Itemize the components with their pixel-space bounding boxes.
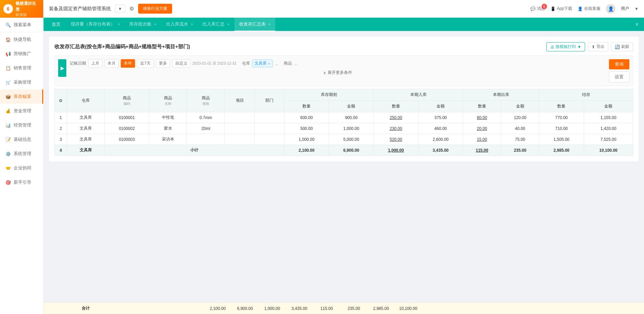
total-out-qty: 115.00 <box>313 306 340 311</box>
table-row: 1 文具库 0100001 中性笔 0.7mm 600.00 900.00 25… <box>55 112 633 123</box>
row-product-spec: 20ml <box>187 123 225 134</box>
system-selector[interactable]: ▼ <box>115 5 125 13</box>
sidebar-item-inventory[interactable]: 📦 库存核算 <box>0 89 43 104</box>
sidebar-item-system[interactable]: ⚙️ 系统管理 <box>0 147 43 161</box>
row-in-qty[interactable]: 230.00 <box>374 123 418 134</box>
row-in-amt: 2,600.00 <box>418 134 463 145</box>
doc-icon: 📝 <box>5 137 11 142</box>
warehouse-tag[interactable]: 文具库 × <box>252 60 273 67</box>
data-table: ⚙ 仓库 商品编码 商品名称 商品规格 项目 部门 库存期初 本期入库 本期出库… <box>54 89 633 156</box>
setting-btn[interactable]: 设置 <box>609 71 629 82</box>
refresh-btn[interactable]: 🔄 刷新 <box>611 42 633 51</box>
row-product-code: 0100001 <box>104 112 149 123</box>
tab-close-inout-summary[interactable]: × <box>227 22 229 26</box>
table-wrapper: ⚙ 仓库 商品编码 商品名称 商品规格 项目 部门 库存期初 本期入库 本期出库… <box>54 89 633 156</box>
expand-more-btn[interactable]: ∨ 展开更多条件 <box>70 70 606 76</box>
filter-bar: ▶ 记账日期 上月 本月 本年 近7天 更多 自定义 2023-01-01 至 … <box>54 55 633 86</box>
date-btn-this-year[interactable]: 本年 <box>121 59 135 68</box>
tab-close-recv-send[interactable]: × <box>268 22 270 26</box>
chart-icon: 📊 <box>5 123 11 128</box>
tab-stock-dist[interactable]: 现存量（库存分布表） × <box>66 18 125 31</box>
row-department <box>254 123 284 134</box>
search-icon: 🔍 <box>5 22 11 28</box>
row-opening-amt: 900.00 <box>329 112 374 123</box>
th-period-in: 本期入库 <box>374 89 463 101</box>
sidebar-item-marketing[interactable]: 📢 营销推广 <box>0 47 43 61</box>
row-project <box>225 134 254 145</box>
sidebar-item-operations[interactable]: 📊 经营管理 <box>0 118 43 132</box>
row-no: 3 <box>55 134 67 145</box>
online-service-btn[interactable]: 👤 在线客服 <box>578 6 600 12</box>
subtotal-in-qty[interactable]: 1,000.00 <box>374 145 418 156</box>
date-btn-custom[interactable]: 自定义 <box>172 59 191 68</box>
tab-inout-summary[interactable]: 出入库汇总 × <box>198 18 234 31</box>
sidebar-item-basic-info[interactable]: 📝 基础信息 <box>0 132 43 147</box>
row-out-qty[interactable]: 80.00 <box>463 112 501 123</box>
row-balance-qty: 710.00 <box>539 123 584 134</box>
tab-home[interactable]: 首页 <box>46 18 66 31</box>
logo-text: 畅捷通好生意 标准版 <box>16 1 40 17</box>
warehouse-filter-group: 仓库 文具库 × ... <box>242 60 278 67</box>
export-btn[interactable]: ⬆ 导出 <box>588 42 608 51</box>
date-btn-7days[interactable]: 近7天 <box>137 59 154 68</box>
row-out-qty[interactable]: 20.00 <box>463 123 501 134</box>
total-label: 合计 <box>82 305 109 311</box>
box-icon: 📦 <box>5 94 11 99</box>
row-product-code: 0100003 <box>104 134 149 145</box>
sidebar-item-newbie[interactable]: 🎯 新手引导 <box>0 175 43 189</box>
warehouse-tag-close[interactable]: × <box>268 62 270 66</box>
subtotal-balance-qty: 2,985.00 <box>539 145 584 156</box>
date-btn-this-month[interactable]: 本月 <box>104 59 119 68</box>
tab-batch[interactable]: 库存批次账 × <box>125 18 161 31</box>
sidebar-item-quick-nav[interactable]: 🏠 快捷导航 <box>0 32 43 47</box>
row-warehouse: 文具库 <box>67 112 105 123</box>
app-download-btn[interactable]: 📱 App下载 <box>550 6 572 12</box>
close-all-tabs-btn[interactable]: × <box>633 21 641 28</box>
warehouse-more-btn[interactable]: ... <box>275 61 278 66</box>
row-out-amt: 120.00 <box>501 112 539 123</box>
row-product-code: 0100002 <box>104 123 149 134</box>
tab-close-batch[interactable]: × <box>154 22 156 26</box>
total-out-amt: 235.00 <box>340 306 367 311</box>
query-btn[interactable]: 查询 <box>609 59 629 69</box>
refresh-icon: 🔄 <box>615 45 620 49</box>
user-avatar[interactable]: 👤 <box>606 4 615 14</box>
row-project <box>225 112 254 123</box>
th-opening-qty: 数量 <box>284 101 329 112</box>
total-in-amt: 3,435.00 <box>286 306 313 311</box>
row-in-qty[interactable]: 520.00 <box>374 134 418 145</box>
tab-close-inout-flow[interactable]: × <box>191 22 193 26</box>
row-out-qty[interactable]: 15.00 <box>463 134 501 145</box>
tab-close-stock-dist[interactable]: × <box>118 22 120 26</box>
cart-icon: 🛒 <box>5 80 11 85</box>
filter-toggle-btn[interactable]: ▶ <box>58 59 66 77</box>
row-no: 1 <box>55 112 67 123</box>
target-icon: 🎯 <box>5 180 11 185</box>
th-settings[interactable]: ⚙ <box>55 89 67 112</box>
th-in-amt: 金额 <box>418 101 463 112</box>
sidebar-item-search[interactable]: 🔍 搜索菜单 <box>0 18 43 32</box>
print-template-btn[interactable]: 🖨 按模板打印 ▼ <box>546 42 585 51</box>
tab-recv-send[interactable]: 收发存汇总表 × <box>234 18 275 31</box>
gear-settings-btn[interactable]: ⚙ <box>129 5 134 12</box>
user-dropdown-icon[interactable]: ▼ <box>634 6 639 11</box>
row-in-qty[interactable]: 250.00 <box>374 112 418 123</box>
product-more-btn[interactable]: ... <box>294 61 297 66</box>
date-btn-more[interactable]: 更多 <box>156 59 170 68</box>
row-product-name: 胶水 <box>149 123 187 134</box>
subtotal-in-amt: 3,435.00 <box>418 145 463 156</box>
sidebar-item-sales[interactable]: 📋 销售管理 <box>0 61 43 75</box>
row-product-spec <box>187 134 225 145</box>
experience-btn[interactable]: 体验行业方案 <box>138 4 172 14</box>
table-settings-icon[interactable]: ⚙ <box>59 98 63 103</box>
sidebar-item-finance[interactable]: 💰 资金管理 <box>0 104 43 118</box>
date-btn-last-month[interactable]: 上月 <box>88 59 102 68</box>
subtotal-out-qty[interactable]: 115.00 <box>463 145 501 156</box>
clipboard-icon: 📋 <box>5 66 11 71</box>
sidebar-item-collab[interactable]: 🤝 企业协同 <box>0 161 43 175</box>
tab-inout-flow[interactable]: 出入库流水 × <box>161 18 198 31</box>
sidebar: 6 畅捷通好生意 标准版 🔍 搜索菜单 🏠 快捷导航 📢 营销推广 📋 销售管理… <box>0 0 44 314</box>
sidebar-item-purchase[interactable]: 🛒 采购管理 <box>0 75 43 89</box>
subtotal-opening-amt: 6,900.00 <box>329 145 374 156</box>
messages-btn[interactable]: 💬 消息 6 <box>530 6 545 12</box>
